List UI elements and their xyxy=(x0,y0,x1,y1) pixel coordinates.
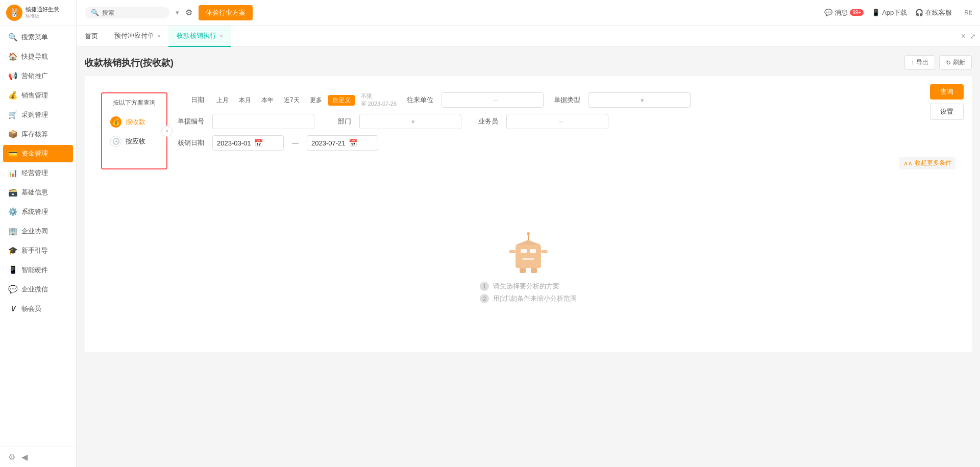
sidebar-item-system[interactable]: ⚙️ 系统管理 xyxy=(0,202,76,222)
sidebar-label-purchase: 采购管理 xyxy=(21,110,48,119)
base-icon: 🗃️ xyxy=(8,188,17,197)
topbar: 🔍 ▾ ⚙ 体验行业方案 💬 消息 99+ 📱 App下载 🎧 在线客服 Rit xyxy=(77,0,980,26)
sidebar-item-guide[interactable]: 🎓 新手引导 xyxy=(0,241,76,260)
sidebar-label-operation: 经营管理 xyxy=(21,168,48,178)
date-to-text: 至 2023-07-26 xyxy=(361,100,397,108)
app-download-action[interactable]: 📱 App下载 xyxy=(872,8,907,17)
sidebar-label-member: 畅会员 xyxy=(21,304,41,313)
tab-receipt-cancel[interactable]: 收款核销执行 × xyxy=(168,26,231,47)
inventory-icon: 📦 xyxy=(8,130,17,139)
svg-rect-6 xyxy=(509,250,516,253)
filter-sidebar: 按以下方案查询 💰 按收款 🕒 按应收 « xyxy=(101,92,167,169)
sidebar-item-enterprise[interactable]: 🏢 企业协同 xyxy=(0,222,76,241)
shortcut-more[interactable]: 更多 xyxy=(306,95,326,106)
sidebar-item-wechat[interactable]: 💬 企业微信 xyxy=(0,280,76,299)
doc-num-input[interactable] xyxy=(212,114,314,129)
tab-prepay-close-icon[interactable]: × xyxy=(157,33,160,39)
doc-num-label: 单据编号 xyxy=(176,117,204,126)
step-1-number: 1 xyxy=(480,282,489,291)
collapse-more-button[interactable]: ∧∧ 收起更多条件 xyxy=(899,157,955,169)
by-receipt-icon: 💰 xyxy=(110,116,121,128)
message-action[interactable]: 💬 消息 99+ xyxy=(824,8,864,17)
sidebar-label-wechat: 企业微信 xyxy=(21,285,48,294)
empty-illustration xyxy=(503,225,554,276)
verify-date-end-input[interactable]: 2023-07-21 📅 xyxy=(307,135,378,151)
topbar-search-box[interactable]: 🔍 xyxy=(85,7,169,18)
tabbar-controls: × ⤢ xyxy=(957,32,980,41)
refresh-label: 刷新 xyxy=(953,58,965,67)
step-2-number: 2 xyxy=(480,294,489,303)
svg-rect-1 xyxy=(521,249,527,253)
app-name: 畅捷通好生意 xyxy=(26,6,59,13)
tab-receipt-cancel-label: 收款核销执行 xyxy=(177,31,216,40)
empty-step-2: 2 用[过滤]条件来缩小分析范围 xyxy=(480,294,576,303)
search-input[interactable] xyxy=(102,9,163,16)
gear-icon[interactable]: ⚙ xyxy=(185,8,192,17)
online-service-action[interactable]: 🎧 在线客服 xyxy=(915,8,952,17)
sidebar-item-purchase[interactable]: 🛒 采购管理 xyxy=(0,105,76,125)
date-no-limit: 不限 xyxy=(361,92,397,100)
tab-home-label: 首页 xyxy=(85,32,98,41)
wechat-icon: 💬 xyxy=(8,285,17,294)
collapse-sidebar-icon[interactable]: ◀ xyxy=(21,452,28,462)
tab-receipt-cancel-close-icon[interactable]: × xyxy=(219,33,223,39)
tab-home[interactable]: 首页 xyxy=(77,26,106,47)
export-button[interactable]: ↑ 导出 xyxy=(904,55,935,70)
sidebar-item-member[interactable]: V 畅会员 xyxy=(0,299,76,318)
refresh-button[interactable]: ↻ 刷新 xyxy=(939,55,972,70)
counterparty-input[interactable]: ··· xyxy=(442,92,544,108)
finance-icon: 💳 xyxy=(8,149,17,158)
filter-option-by-receipt[interactable]: 💰 按收款 xyxy=(102,112,166,132)
verify-date-start-input[interactable]: 2023-03-01 📅 xyxy=(212,135,284,151)
sidebar-label-hardware: 智能硬件 xyxy=(21,265,48,275)
shortcut-this-month[interactable]: 本月 xyxy=(235,95,255,106)
svg-point-5 xyxy=(527,232,530,235)
sidebar-item-sales[interactable]: 💰 销售管理 xyxy=(0,86,76,105)
salesperson-input[interactable]: ··· xyxy=(506,114,608,129)
filter-row-2: 单据编号 部门 ▾ 业务员 ··· xyxy=(176,114,955,129)
filter-row-3: 核销日期 2023-03-01 📅 — 2023-07-21 📅 xyxy=(176,135,955,151)
shortcut-this-year[interactable]: 本年 xyxy=(257,95,278,106)
member-icon: V xyxy=(8,304,17,313)
tab-close-all-icon[interactable]: × xyxy=(961,32,966,41)
sidebar-item-search-menu[interactable]: 🔍 搜索菜单 xyxy=(0,28,76,47)
app-download-label: App下载 xyxy=(882,8,907,17)
setting-button[interactable]: 设置 xyxy=(930,104,964,120)
empty-steps: 1 请先选择要分析的方案 2 用[过滤]条件来缩小分析范围 xyxy=(480,282,576,303)
sidebar-item-base[interactable]: 🗃️ 基础信息 xyxy=(0,183,76,202)
tab-expand-icon[interactable]: ⤢ xyxy=(970,32,976,40)
content-area: 查询 设置 按以下方案查询 💰 按收款 🕒 按应收 xyxy=(85,76,972,352)
tab-prepay[interactable]: 预付冲应付单 × xyxy=(106,26,168,47)
industry-solution-button[interactable]: 体验行业方案 xyxy=(199,5,253,20)
calendar-start-icon: 📅 xyxy=(254,139,263,147)
department-label: 部门 xyxy=(323,117,351,126)
query-button[interactable]: 查询 xyxy=(930,84,964,100)
app-logo: 🐰 畅捷通好生意 标准版 xyxy=(0,0,76,26)
sidebar-item-quick-nav[interactable]: 🏠 快捷导航 xyxy=(0,47,76,66)
sidebar: 🐰 畅捷通好生意 标准版 🔍 搜索菜单 🏠 快捷导航 📢 营销推广 💰 销售管理… xyxy=(0,0,77,467)
sidebar-item-finance[interactable]: 💳 资金管理 xyxy=(3,145,73,162)
sidebar-item-hardware[interactable]: 📱 智能硬件 xyxy=(0,260,76,280)
settings-icon[interactable]: ⚙ xyxy=(8,452,15,462)
sidebar-item-operation[interactable]: 📊 经营管理 xyxy=(0,163,76,183)
sales-icon: 💰 xyxy=(8,91,17,100)
shortcut-last-month[interactable]: 上月 xyxy=(212,95,233,106)
salesperson-label: 业务员 xyxy=(470,117,498,126)
sidebar-label-quick-nav: 快捷导航 xyxy=(21,52,48,61)
verify-date-end-value: 2023-07-21 xyxy=(311,139,346,147)
sidebar-nav: 🔍 搜索菜单 🏠 快捷导航 📢 营销推广 💰 销售管理 🛒 采购管理 📦 库存核… xyxy=(0,26,76,447)
filter-sidebar-collapse-button[interactable]: « xyxy=(161,126,173,137)
doc-type-chevron-icon: ▾ xyxy=(641,96,685,104)
shortcut-custom[interactable]: 自定义 xyxy=(328,95,355,106)
empty-step-1: 1 请先选择要分析的方案 xyxy=(480,282,576,291)
shortcut-7days[interactable]: 近7天 xyxy=(280,95,304,106)
hardware-icon: 📱 xyxy=(8,265,17,275)
online-service-label: 在线客服 xyxy=(925,8,952,17)
sidebar-item-marketing[interactable]: 📢 营销推广 xyxy=(0,66,76,86)
chevron-up-icon: ∧∧ xyxy=(903,160,913,167)
sidebar-item-inventory[interactable]: 📦 库存核算 xyxy=(0,125,76,144)
chevron-down-icon[interactable]: ▾ xyxy=(176,9,179,16)
department-dropdown[interactable]: ▾ xyxy=(359,114,461,129)
filter-option-by-receivable[interactable]: 🕒 按应收 xyxy=(102,132,166,151)
doc-type-dropdown[interactable]: ▾ xyxy=(589,92,691,108)
